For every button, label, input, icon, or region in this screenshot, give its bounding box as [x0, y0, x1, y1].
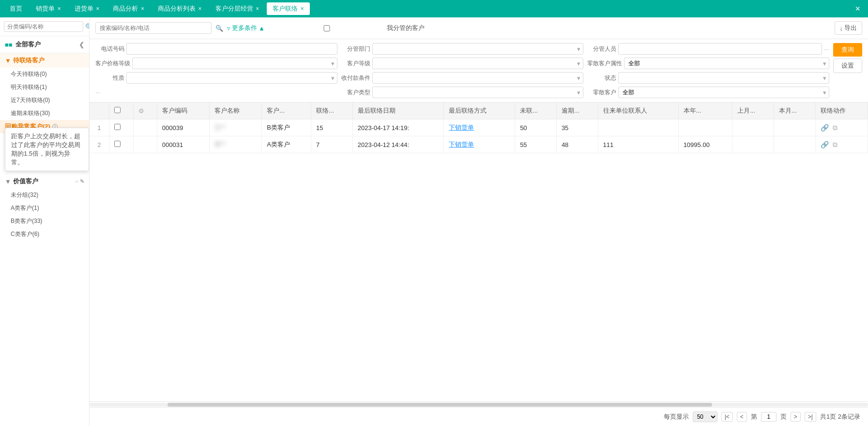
phone-field: 电话号码 — [95, 43, 337, 55]
nav-close-product-analysis[interactable]: × — [141, 5, 144, 12]
customer-grade-select[interactable] — [372, 58, 583, 69]
pending-contact-group[interactable]: ▼ 待联络客户 — [0, 53, 89, 68]
nav-product-analysis-list[interactable]: 商品分析列表 × — [152, 2, 208, 15]
export-button[interactable]: ↓ 导出 — [835, 21, 863, 35]
col-code: 客户编码 — [157, 103, 209, 119]
prev-page-button[interactable]: < — [737, 412, 747, 422]
department-field: 分管部门 ▾ — [341, 43, 583, 55]
scatter-attr-select[interactable]: 全部 — [624, 58, 829, 69]
per-page-select[interactable]: 50 20 100 — [693, 411, 717, 422]
manager-field: 分管人员 ··· — [587, 43, 829, 55]
nature-select-wrap: ▾ — [126, 72, 337, 84]
payment-select[interactable] — [372, 72, 583, 84]
all-customers-header[interactable]: ■■ 全部客户 ❮ — [0, 36, 89, 53]
nav-close-segment[interactable]: × — [256, 5, 259, 12]
sidebar-today-contact[interactable]: 今天待联络(0) — [0, 68, 89, 81]
nav-close-product-list[interactable]: × — [198, 5, 202, 12]
scatter-attr-label: 零散客户属性 — [587, 59, 622, 68]
page-label: 第 — [751, 412, 757, 421]
filter-icon: ▿ — [227, 25, 230, 32]
col-settings: ⚙ — [133, 103, 157, 119]
value-customers-group[interactable]: ▼ 价值客户 ○ ✎ — [0, 174, 89, 189]
manager-input[interactable] — [618, 43, 822, 55]
more-conditions-button[interactable]: ▿ 更多条件 ▲ — [227, 24, 265, 32]
filter-row-4: ··· 客户类型 ▾ 零散客户 全部 — [95, 87, 829, 98]
my-customers-checkbox[interactable] — [269, 25, 385, 31]
row1-action: 🔗 ⧉ — [815, 119, 868, 136]
window-close-button[interactable]: × — [851, 4, 864, 14]
filter-row-1: 电话号码 分管部门 ▾ 分管人员 — [95, 43, 829, 55]
sidebar-7days-contact[interactable]: 近7天待联络(0) — [0, 94, 89, 107]
row1-settings-cell — [133, 119, 157, 136]
nature-select[interactable] — [126, 72, 337, 84]
horizontal-scrollbar[interactable] — [90, 401, 868, 407]
sidebar-search-icon[interactable]: 🔍 — [85, 23, 90, 30]
query-button[interactable]: 查询 — [833, 43, 862, 57]
export-icon: ↓ — [840, 25, 843, 32]
per-page-label: 每页显示 — [664, 412, 689, 421]
pending-contact-label: 待联络客户 — [13, 56, 45, 65]
department-select[interactable] — [372, 43, 583, 55]
sidebar: 🔍 ■■ 全部客户 ❮ ▼ 待联络客户 今天待联络(0) 明天待联络(1) 近7… — [0, 17, 90, 426]
more-field: ··· — [95, 89, 337, 96]
row2-checkbox[interactable] — [114, 141, 121, 147]
customer-type-select[interactable] — [372, 87, 583, 98]
nav-product-analysis[interactable]: 商品分析 × — [107, 2, 150, 15]
next-page-button[interactable]: > — [791, 412, 801, 422]
col-last-date: 最后联络日期 — [352, 103, 444, 119]
sidebar-tomorrow-contact[interactable]: 明天待联络(1) — [0, 81, 89, 94]
filter-bar: 🔍 ▿ 更多条件 ▲ 我分管的客户 ↓ 导出 — [90, 17, 868, 39]
my-customers-checkbox-label: 我分管的客户 — [269, 24, 425, 32]
scatter-customer-select[interactable]: 全部 — [618, 87, 829, 98]
last-page-button[interactable]: >| — [805, 412, 816, 422]
phone-input[interactable] — [126, 43, 337, 55]
payment-select-wrap: ▾ — [372, 72, 583, 84]
sidebar-collapse-icon[interactable]: ❮ — [79, 41, 84, 48]
nav-close-sales[interactable]: × — [58, 5, 61, 12]
more-filter-button[interactable]: ··· — [95, 89, 100, 96]
row1-checkbox[interactable] — [114, 124, 121, 130]
scatter-customer-field: 零散客户 全部 ▾ — [587, 87, 829, 98]
status-field: 状态 ▾ — [587, 72, 829, 84]
row2-overdue: 48 — [556, 136, 598, 153]
nav-home[interactable]: 首页 — [4, 2, 28, 15]
sidebar-search-input[interactable] — [4, 21, 83, 32]
row1-grid-icon[interactable]: ⧉ — [833, 124, 838, 132]
manager-label: 分管人员 — [587, 45, 616, 53]
row1-link-icon[interactable]: 🔗 — [821, 124, 829, 132]
nav-purchase-order[interactable]: 进货单 × — [69, 2, 106, 15]
value-group-icons[interactable]: ○ ✎ — [75, 178, 84, 185]
sidebar-value-b-class[interactable]: B类客户(33) — [0, 215, 89, 228]
payment-field: 收付款条件 ▾ — [341, 72, 583, 84]
settings-button[interactable]: 设置 — [833, 59, 862, 73]
nav-close-contact[interactable]: × — [301, 5, 304, 12]
sidebar-overdue-contact[interactable]: 逾期未联络(30) — [0, 107, 89, 120]
nav-customer-contact[interactable]: 客户联络 × — [267, 2, 310, 15]
row1-uncontacted: 50 — [515, 119, 557, 136]
row1-last-month — [732, 119, 774, 136]
page-number-input[interactable] — [761, 412, 777, 422]
nav-close-purchase[interactable]: × — [96, 5, 99, 12]
nav-customer-segment[interactable]: 客户分层经营 × — [210, 2, 265, 15]
status-select[interactable] — [618, 72, 829, 84]
row2-action: 🔗 ⧉ — [815, 136, 868, 153]
sidebar-value-a-class[interactable]: A类客户(1) — [0, 202, 89, 215]
filter-search-icon[interactable]: 🔍 — [215, 25, 223, 32]
select-all-checkbox[interactable] — [114, 107, 121, 113]
sidebar-value-c-class[interactable]: C类客户(6) — [0, 228, 89, 241]
search-input[interactable] — [95, 22, 212, 34]
col-uncontacted: 未联... — [515, 103, 557, 119]
manager-ellipsis-icon[interactable]: ··· — [824, 45, 829, 53]
scrollbar-thumb[interactable] — [168, 403, 713, 407]
table-settings-icon[interactable]: ⚙ — [138, 107, 144, 115]
price-grade-select[interactable] — [132, 58, 337, 69]
first-page-button[interactable]: |< — [721, 412, 733, 422]
row2-link-icon[interactable]: 🔗 — [821, 141, 829, 149]
row1-code: 000039 — [157, 119, 209, 136]
nav-sales-order[interactable]: 销货单 × — [30, 2, 67, 15]
scatter-customer-label: 零散客户 — [587, 88, 616, 97]
filter-row-2: 客户价格等级 ▾ 客户等级 ▾ — [95, 58, 829, 69]
top-navigation: 首页 销货单 × 进货单 × 商品分析 × 商品分析列表 × 客户分层经营 × … — [0, 0, 868, 17]
sidebar-value-unclassified[interactable]: 未分组(32) — [0, 189, 89, 202]
row2-grid-icon[interactable]: ⧉ — [833, 141, 838, 149]
